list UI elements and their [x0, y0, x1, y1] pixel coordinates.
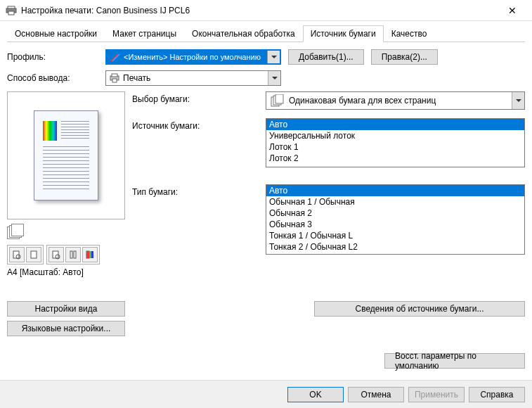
svg-rect-6 — [112, 74, 117, 77]
svg-rect-7 — [112, 79, 117, 82]
list-item[interactable]: Тонкая 2 / Обычная L2 — [266, 241, 524, 253]
list-item[interactable]: Обычная 3 — [266, 219, 524, 230]
svg-rect-10 — [31, 251, 37, 258]
output-value: Печать — [123, 73, 268, 83]
svg-rect-14 — [74, 251, 76, 258]
paper-selection-label: Выбор бумаги: — [132, 91, 266, 104]
printer-icon — [6, 5, 17, 16]
tab-bar: Основные настройки Макет страницы Оконча… — [7, 25, 525, 42]
help-button[interactable]: Справка — [469, 387, 525, 402]
paper-source-listbox[interactable]: Авто Универсальный лоток Лоток 1 Лоток 2 — [266, 118, 525, 167]
chevron-down-icon — [512, 92, 524, 109]
output-select[interactable]: Печать — [105, 70, 281, 86]
svg-rect-18 — [91, 251, 93, 258]
list-item[interactable]: Лоток 2 — [266, 153, 524, 164]
view-settings-button[interactable]: Настройки вида — [7, 301, 125, 317]
preview-tool-4[interactable] — [65, 247, 81, 262]
apply-button[interactable]: Применить — [408, 387, 465, 402]
paper-source-label: Источник бумаги: — [132, 118, 266, 131]
paper-type-listbox[interactable]: Авто Обычная 1 / Обычная Обычная 2 Обычн… — [266, 184, 525, 255]
tab-layout[interactable]: Макет страницы — [105, 25, 184, 42]
pages-stack-icon — [7, 224, 27, 241]
print-icon — [109, 73, 120, 83]
profile-select[interactable]: <Изменить> Настройки по умолчанию — [105, 49, 281, 65]
svg-line-3 — [111, 54, 118, 61]
preview-tool-1[interactable] — [9, 247, 25, 262]
close-button[interactable]: ✕ — [498, 1, 526, 20]
profile-label: Профиль: — [7, 52, 105, 62]
pages-icon — [271, 94, 285, 107]
preview-tool-3[interactable] — [48, 247, 64, 262]
add-profile-button[interactable]: Добавить(1)... — [288, 49, 364, 65]
preview-status: A4 [Масштаб: Авто] — [7, 267, 125, 277]
window-title: Настройка печати: Canon Business IJ PCL6 — [21, 6, 498, 15]
edit-profile-button[interactable]: Правка(2)... — [371, 49, 438, 65]
preview-toolbar — [7, 245, 125, 264]
page-preview-graphic — [34, 110, 98, 200]
tab-finishing[interactable]: Окончательная обработка — [184, 25, 303, 42]
list-item[interactable]: Лоток 1 — [266, 141, 524, 153]
tab-basic[interactable]: Основные настройки — [7, 25, 105, 42]
chevron-down-icon — [268, 71, 280, 85]
tab-paper-source[interactable]: Источник бумаги — [303, 25, 384, 42]
svg-rect-21 — [275, 94, 283, 103]
restore-defaults-button[interactable]: Восст. параметры по умолчанию — [384, 353, 525, 369]
pencil-icon — [110, 51, 121, 63]
profile-value: <Изменить> Настройки по умолчанию — [124, 53, 267, 61]
preview-tool-2[interactable] — [26, 247, 41, 262]
list-item[interactable]: Авто — [266, 119, 524, 130]
list-item[interactable]: Обычная 1 / Обычная — [266, 196, 524, 208]
output-label: Способ вывода: — [7, 73, 105, 83]
svg-rect-13 — [70, 251, 72, 258]
ok-button[interactable]: OK — [287, 387, 344, 402]
cancel-button[interactable]: Отмена — [348, 387, 404, 402]
language-settings-button[interactable]: Языковые настройки... — [7, 321, 125, 336]
svg-rect-17 — [89, 251, 91, 258]
chevron-down-icon — [267, 51, 280, 63]
svg-rect-2 — [8, 11, 14, 15]
source-info-button[interactable]: Сведения об источнике бумаги... — [314, 301, 525, 317]
list-item[interactable]: Авто — [266, 185, 524, 196]
paper-selection-value: Одинаковая бумага для всех страниц — [289, 96, 512, 106]
list-item[interactable]: Универсальный лоток — [266, 130, 524, 141]
paper-type-label: Тип бумаги: — [132, 184, 266, 197]
titlebar: Настройка печати: Canon Business IJ PCL6… — [0, 0, 532, 21]
paper-selection-select[interactable]: Одинаковая бумага для всех страниц — [266, 91, 525, 110]
preview-tool-5[interactable] — [82, 247, 98, 262]
svg-rect-16 — [86, 251, 89, 258]
list-item[interactable]: Тонкая 1 / Обычная L — [266, 230, 524, 241]
page-preview — [7, 91, 125, 219]
dialog-button-bar: OK Отмена Применить Справка — [0, 380, 532, 408]
svg-line-4 — [112, 54, 119, 61]
list-item[interactable]: Обычная 2 — [266, 208, 524, 219]
tab-quality[interactable]: Качество — [384, 25, 435, 42]
